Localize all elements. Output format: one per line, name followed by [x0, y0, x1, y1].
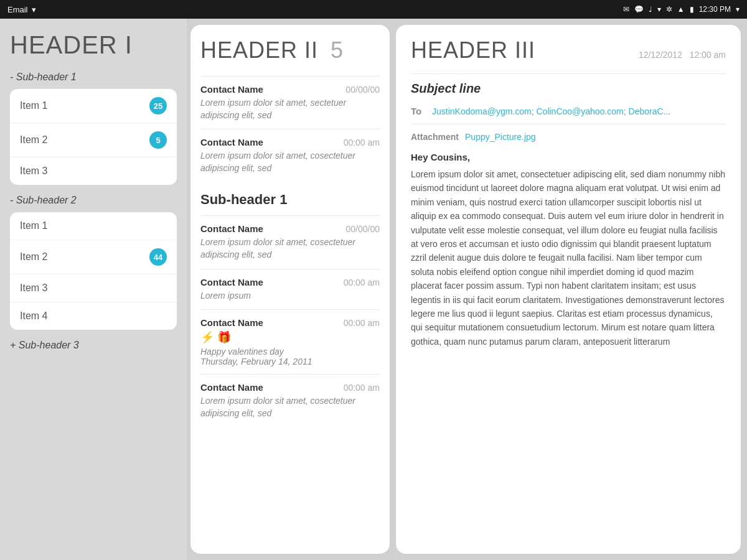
panel-three-title: HEADER III [411, 37, 535, 63]
bluetooth-icon: ✲ [666, 5, 672, 14]
battery-icon: ▮ [690, 5, 694, 14]
email-to-label: To [411, 106, 426, 116]
subheader-1-label[interactable]: - Sub-header 1 [10, 72, 177, 83]
contact-item[interactable]: Contact Name 00:00 am Lorem ipsum dolor … [200, 374, 380, 427]
emoji-row: ⚡ 🎁 [200, 330, 380, 344]
clock-time: 12:30 PM [699, 5, 731, 14]
contact-name: Contact Name [200, 382, 263, 393]
panel-two-count: 5 [331, 37, 343, 63]
panel-two-subheader: Sub-header 1 [200, 192, 380, 208]
contact-preview: Lorem ipsum dolor sit amet, cosectetuer … [200, 150, 380, 174]
message-icon: 💬 [634, 5, 644, 14]
music-icon: ♩ [649, 5, 652, 14]
contact-name: Contact Name [200, 277, 263, 287]
wifi-icon: ▲ [677, 5, 685, 14]
list-item[interactable]: Item 4 [10, 302, 177, 330]
attachment-row: Attachment Puppy_Picture.jpg [411, 132, 726, 142]
contact-item[interactable]: Contact Name 00:00 am ⚡ 🎁 Happy valentin… [200, 309, 380, 374]
email-to-row: To JustinKodoma@ygm.com; ColinCoo@yahoo.… [411, 106, 726, 116]
subheader-2-label[interactable]: - Sub-header 2 [10, 195, 177, 206]
panel-two-title: HEADER II [200, 37, 318, 63]
app-dropdown-arrow[interactable]: ▾ [32, 5, 36, 14]
panel-one-header: HEADER I [10, 31, 177, 59]
item-badge: 5 [149, 131, 167, 149]
status-bar-right: ✉ 💬 ♩ ▾ ✲ ▲ ▮ 12:30 PM ▾ [623, 5, 740, 14]
panel-one: HEADER I - Sub-header 1 Item 1 25 Item 2… [0, 19, 187, 560]
item-badge: 44 [149, 248, 167, 266]
list-item[interactable]: Item 2 5 [10, 123, 177, 157]
main-content: HEADER I - Sub-header 1 Item 1 25 Item 2… [0, 19, 747, 560]
contact-preview: Lorem ipsum dolor sit amet, cosectetuer … [200, 236, 380, 261]
contact-row: Contact Name 00/00/00 [200, 223, 380, 234]
item-label: Item 3 [20, 282, 47, 294]
email-date-value: 12/12/2012 [639, 50, 682, 60]
email-date: 12/12/2012 12:00 am [639, 50, 726, 60]
contact-time: 00:00 am [344, 318, 380, 328]
email-greeting: Hey Cousins, [411, 152, 726, 162]
contact-name: Contact Name [200, 317, 263, 328]
contact-name: Contact Name [200, 137, 263, 147]
contact-preview: Lorem ipsum dolor sit amet, cosectetuer … [200, 395, 380, 419]
contact-row: Contact Name 00:00 am [200, 382, 380, 393]
email-body: Lorem ipsum dolor sit amet, consectetuer… [411, 167, 726, 348]
panel-two-header: HEADER II 5 [200, 37, 380, 63]
attachment-label: Attachment [411, 132, 459, 142]
email-subject: Subject line [411, 82, 726, 96]
panel-three-header: HEADER III 12/12/2012 12:00 am [411, 37, 726, 63]
list-item[interactable]: Item 1 25 [10, 89, 177, 123]
email-divider-2 [411, 124, 726, 124]
contact-item[interactable]: Contact Name 00/00/00 Lorem ipsum dolor … [200, 215, 380, 268]
contact-time: 00/00/00 [346, 224, 380, 234]
contact-row: Contact Name 00:00 am [200, 137, 380, 147]
contact-name: Contact Name [200, 84, 263, 95]
contact-name: Contact Name [200, 223, 263, 234]
contact-time: 00:00 am [344, 278, 380, 287]
contact-item[interactable]: Contact Name 00/00/00 Lorem ipsum dolor … [200, 76, 380, 129]
email-divider [411, 73, 726, 74]
status-bar: Email ▾ ✉ 💬 ♩ ▾ ✲ ▲ ▮ 12:30 PM ▾ [0, 0, 747, 19]
status-bar-left: Email ▾ [7, 5, 36, 14]
subheader-3-label[interactable]: + Sub-header 3 [10, 340, 177, 351]
attachment-file[interactable]: Puppy_Picture.jpg [465, 132, 536, 142]
contact-preview: Lorem ipsum [200, 290, 380, 302]
list-item[interactable]: Item 2 44 [10, 240, 177, 274]
list-item[interactable]: Item 3 [10, 157, 177, 185]
item-label: Item 2 [20, 251, 47, 263]
app-name[interactable]: Email [7, 5, 28, 14]
mail-icon: ✉ [623, 5, 629, 14]
item-label: Item 2 [20, 134, 47, 146]
contact-time: 00:00 am [344, 138, 380, 147]
contact-item[interactable]: Contact Name 00:00 am Lorem ipsum [200, 269, 380, 310]
contact-row: Contact Name 00:00 am [200, 317, 380, 328]
email-time-value: 12:00 am [690, 50, 726, 60]
contact-time: 00/00/00 [346, 85, 380, 95]
contact-row: Contact Name 00/00/00 [200, 84, 380, 95]
email-recipients[interactable]: JustinKodoma@ygm.com; ColinCoo@yahoo.com… [432, 106, 670, 116]
contact-row: Contact Name 00:00 am [200, 277, 380, 287]
panel-three: HEADER III 12/12/2012 12:00 am Subject l… [396, 25, 741, 554]
item-badge: 25 [149, 97, 167, 114]
item-label: Item 1 [20, 100, 47, 111]
clock-dropdown[interactable]: ▾ [736, 5, 740, 14]
contact-preview: Happy valentines dayThursday, February 1… [200, 347, 380, 366]
item-label: Item 1 [20, 220, 47, 231]
contact-item[interactable]: Contact Name 00:00 am Lorem ipsum dolor … [200, 129, 380, 182]
list-item[interactable]: Item 3 [10, 274, 177, 302]
item-label: Item 4 [20, 310, 47, 322]
contact-time: 00:00 am [344, 383, 380, 393]
subheader2-item-group: Item 1 Item 2 44 Item 3 Item 4 [10, 212, 177, 330]
panel-two: HEADER II 5 Contact Name 00/00/00 Lorem … [190, 25, 390, 554]
item-label: Item 3 [20, 166, 47, 177]
contact-preview: Lorem ipsum dolor sit amet, sectetuer ad… [200, 97, 380, 121]
list-item[interactable]: Item 1 [10, 212, 177, 240]
subheader1-item-group: Item 1 25 Item 2 5 Item 3 [10, 89, 177, 185]
music-dropdown[interactable]: ▾ [657, 5, 661, 14]
